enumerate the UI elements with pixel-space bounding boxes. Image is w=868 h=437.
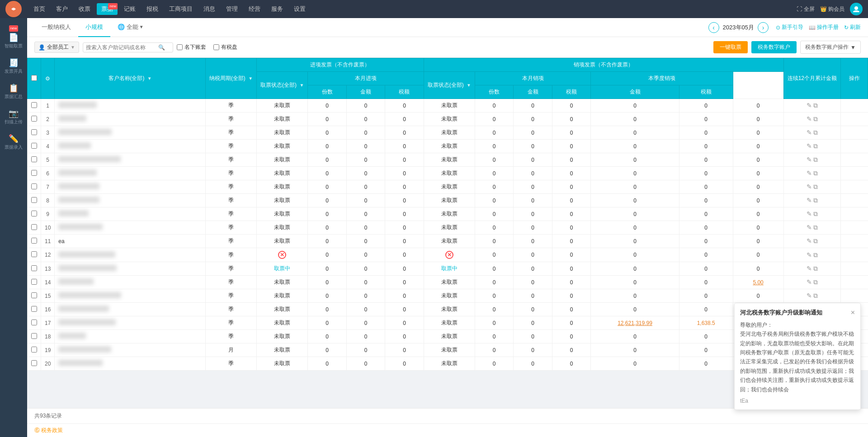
guide-button[interactable]: ⊙ 新手引导 xyxy=(776,23,803,31)
row-number: 13 xyxy=(41,262,55,276)
row-checkbox[interactable] xyxy=(31,143,37,149)
manual-button[interactable]: 📖 操作手册 xyxy=(809,23,839,31)
copy-icon[interactable]: ⧉ xyxy=(813,102,818,109)
cumulative-value: 0 xyxy=(757,143,760,150)
edit-icon[interactable]: ✎ xyxy=(807,251,812,258)
sidebar-item-scan[interactable]: 📷 扫描上传 xyxy=(1,105,26,128)
edit-icon[interactable]: ✎ xyxy=(807,278,812,286)
row-checkbox[interactable] xyxy=(31,156,37,162)
copy-icon[interactable]: ⧉ xyxy=(813,129,818,136)
search-input[interactable] xyxy=(86,44,158,51)
fullscreen-button[interactable]: ⛶ 全屏 xyxy=(797,5,814,13)
edit-icon[interactable]: ✎ xyxy=(807,210,812,217)
output-status-text: 未取票 xyxy=(441,156,458,163)
tab-all[interactable]: 🌐 全能 ▼ xyxy=(110,18,151,37)
edit-icon[interactable]: ✎ xyxy=(807,237,812,244)
row-checkbox[interactable] xyxy=(31,251,37,257)
copy-icon[interactable]: ⧉ xyxy=(813,142,818,150)
edit-icon[interactable]: ✎ xyxy=(807,265,812,272)
quarter-amount-value[interactable]: 12,621,319.99 xyxy=(618,320,652,326)
edit-icon[interactable]: ✎ xyxy=(807,102,812,109)
edit-icon[interactable]: ✎ xyxy=(807,183,812,190)
nav-home[interactable]: 首页 xyxy=(29,3,50,15)
row-checkbox[interactable] xyxy=(31,211,37,216)
row-checkbox[interactable] xyxy=(31,197,37,203)
edit-icon[interactable]: ✎ xyxy=(807,292,812,299)
row-checkbox[interactable] xyxy=(31,279,37,285)
sidebar-item-open-invoice[interactable]: 🧾 发票开具 xyxy=(1,54,26,78)
nav-business[interactable]: 工商项目 xyxy=(165,3,197,15)
row-checkbox[interactable] xyxy=(31,347,37,352)
copy-icon[interactable]: ⧉ xyxy=(813,237,818,244)
employee-selector[interactable]: 👤 全部员工 ▼ xyxy=(34,42,79,53)
copy-icon[interactable]: ⧉ xyxy=(813,224,818,231)
nav-invoice[interactable]: 票据 new xyxy=(97,3,118,15)
copy-icon[interactable]: ⧉ xyxy=(813,292,818,299)
my-accounts-checkbox[interactable] xyxy=(177,44,183,50)
row-checkbox[interactable] xyxy=(31,265,37,271)
th-quarter-amount: 金额 xyxy=(591,85,679,99)
refresh-button[interactable]: ↻ 刷新 xyxy=(844,23,861,31)
nav-accounting[interactable]: 记账 xyxy=(119,3,140,15)
nav-manage[interactable]: 管理 xyxy=(222,3,242,15)
edit-icon[interactable]: ✎ xyxy=(807,224,812,231)
row-checkbox[interactable] xyxy=(31,129,37,135)
row-checkbox[interactable] xyxy=(31,224,37,230)
row-checkbox[interactable] xyxy=(31,183,37,189)
row-checkbox[interactable] xyxy=(31,306,37,312)
copy-icon[interactable]: ⧉ xyxy=(813,210,818,217)
one-click-get-button[interactable]: 一键取票 xyxy=(713,41,748,53)
row-checkbox[interactable] xyxy=(31,320,37,325)
sidebar-item-smart-invoice[interactable]: new 📄 智能取票 xyxy=(1,22,26,52)
edit-icon[interactable]: ✎ xyxy=(807,197,812,204)
nav-collect[interactable]: 收票 xyxy=(74,3,95,15)
row-checkbox[interactable] xyxy=(31,360,37,366)
nav-operation[interactable]: 经营 xyxy=(244,3,265,15)
user-avatar[interactable] xyxy=(850,3,863,15)
popup-close-button[interactable]: × xyxy=(851,309,855,317)
row-checkbox[interactable] xyxy=(31,116,37,122)
cumulative-value[interactable]: 5.00 xyxy=(753,279,763,286)
select-all-checkbox[interactable] xyxy=(31,75,37,81)
copy-icon[interactable]: ⧉ xyxy=(813,278,818,286)
copy-icon[interactable]: ⧉ xyxy=(813,156,818,163)
nav-setting[interactable]: 设置 xyxy=(289,3,310,15)
nav-message[interactable]: 消息 xyxy=(199,3,220,15)
edit-icon[interactable]: ✎ xyxy=(807,129,812,136)
edit-icon[interactable]: ✎ xyxy=(807,156,812,163)
member-button[interactable]: 👑 购会员 xyxy=(820,5,844,13)
copy-icon[interactable]: ⧉ xyxy=(813,265,818,272)
prev-month-button[interactable]: ‹ xyxy=(708,22,719,33)
row-checkbox[interactable] xyxy=(31,292,37,298)
tax-digital-account-operation-button[interactable]: 税务数字账户操作 ▼ xyxy=(800,41,861,54)
filter-has-taxdisk[interactable]: 有税盘 xyxy=(213,43,237,51)
row-checkbox[interactable] xyxy=(31,333,37,339)
row-checkbox[interactable] xyxy=(31,170,37,176)
nav-tax[interactable]: 报税 xyxy=(142,3,163,15)
search-icon[interactable]: 🔍 xyxy=(158,44,165,51)
edit-icon[interactable]: ✎ xyxy=(807,115,812,122)
settings-icon[interactable]: ⚙ xyxy=(45,75,50,82)
quarter-tax-value: 0 xyxy=(704,306,708,313)
sidebar-item-summary[interactable]: 📋 票据汇总 xyxy=(1,80,26,103)
edit-icon[interactable]: ✎ xyxy=(807,142,812,150)
has-taxdisk-checkbox[interactable] xyxy=(213,44,219,50)
tax-digital-account-button[interactable]: 税务数字账户 xyxy=(751,41,797,53)
tab-small-scale[interactable]: 小规模 xyxy=(78,18,110,37)
copy-icon[interactable]: ⧉ xyxy=(813,183,818,190)
copy-icon[interactable]: ⧉ xyxy=(813,251,818,258)
tab-general-taxpayer[interactable]: 一般纳税人 xyxy=(34,18,78,37)
filter-my-accounts[interactable]: 名下账套 xyxy=(177,43,206,51)
sidebar-item-entry[interactable]: ✏️ 票据录入 xyxy=(1,130,26,154)
copy-icon[interactable]: ⧉ xyxy=(813,115,818,122)
tax-policy-link[interactable]: ⑥ 税务政策 xyxy=(34,427,63,434)
row-checkbox[interactable] xyxy=(31,238,37,244)
edit-icon[interactable]: ✎ xyxy=(807,169,812,177)
copy-icon[interactable]: ⧉ xyxy=(813,197,818,204)
nav-service[interactable]: 服务 xyxy=(267,3,288,15)
row-checkbox[interactable] xyxy=(31,102,37,108)
input-status-text: 未取票 xyxy=(274,360,290,367)
next-month-button[interactable]: › xyxy=(758,22,769,33)
copy-icon[interactable]: ⧉ xyxy=(813,169,818,177)
nav-client[interactable]: 客户 xyxy=(52,3,72,15)
